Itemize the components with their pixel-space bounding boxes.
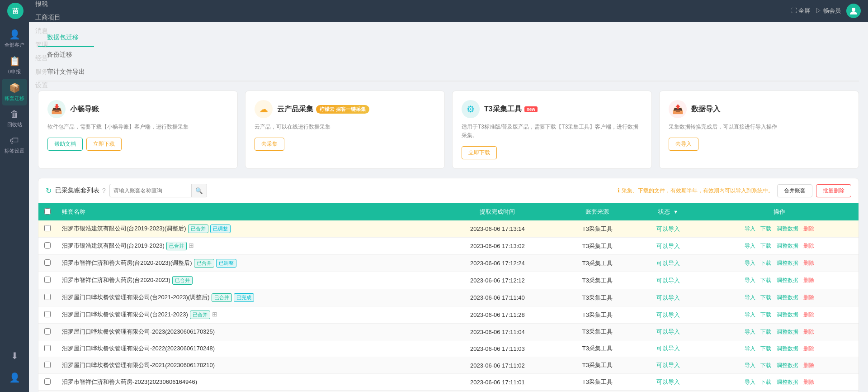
- row-checkbox-6[interactable]: [44, 328, 51, 335]
- user-avatar[interactable]: [846, 4, 861, 18]
- delete-action-1[interactable]: 删除: [803, 243, 814, 249]
- help-icon[interactable]: ?: [102, 187, 106, 194]
- delete-action-0[interactable]: 删除: [803, 225, 814, 232]
- go-collect-button[interactable]: 去采集: [255, 138, 284, 151]
- refresh-icon[interactable]: ↻: [46, 186, 52, 195]
- row-name-cell: 汨罗市智祥仁济和善大药房(台2020-2023)已合并: [57, 272, 436, 289]
- table-section: ↻ 已采集账套列表 ? 🔍 ℹ 采集、下载的文件，有效期半年，有效期内可以导入到…: [38, 178, 859, 392]
- delete-action-6[interactable]: 删除: [803, 329, 814, 335]
- delete-action-7[interactable]: 删除: [803, 345, 814, 352]
- delete-action-2[interactable]: 删除: [803, 260, 814, 266]
- delete-action-9[interactable]: 删除: [803, 379, 814, 385]
- row-actions-cell: 导入 下载 调整数据 删除: [700, 289, 859, 306]
- adjust-action-8[interactable]: 调整数据: [777, 362, 798, 368]
- adjust-action-9[interactable]: 调整数据: [777, 379, 798, 385]
- row-tag: 已调整: [210, 225, 231, 233]
- nav-item-经营[interactable]: 经营: [29, 52, 67, 65]
- row-checkbox-0[interactable]: [44, 225, 51, 231]
- row-time-cell: 2023-06-06 17:13:02: [436, 238, 559, 255]
- delete-action-8[interactable]: 删除: [803, 362, 814, 368]
- search-input[interactable]: [110, 187, 191, 194]
- row-checkbox-4[interactable]: [44, 294, 51, 300]
- row-actions-cell: 导入 下载 调整数据 删除: [700, 220, 859, 238]
- row-actions-cell: 导入 下载 调整数据 删除: [700, 306, 859, 324]
- download-now-button[interactable]: 立即下载: [86, 138, 122, 151]
- row-time-cell: 2023-06-06 17:11:03: [436, 340, 559, 357]
- adjust-action-3[interactable]: 调整数据: [777, 277, 798, 283]
- row-checkbox-2[interactable]: [44, 259, 51, 266]
- delete-action-3[interactable]: 删除: [803, 277, 814, 283]
- download-action-5[interactable]: 下载: [760, 311, 771, 318]
- xiaochang-icon: 📥: [47, 100, 66, 118]
- adjust-action-2[interactable]: 调整数据: [777, 260, 798, 266]
- download-action-0[interactable]: 下载: [760, 225, 771, 232]
- row-status-cell: 可以导入: [636, 289, 700, 306]
- adjust-action-0[interactable]: 调整数据: [777, 225, 798, 232]
- import-action-4[interactable]: 导入: [745, 294, 755, 301]
- download-action-9[interactable]: 下载: [760, 379, 771, 385]
- import-action-3[interactable]: 导入: [745, 277, 755, 283]
- row-time-cell: 2023-06-06 17:11:02: [436, 357, 559, 374]
- nav-item-服务[interactable]: 服务: [29, 65, 67, 79]
- fullscreen-btn[interactable]: ⛶ 全屏: [791, 7, 811, 15]
- help-doc-button[interactable]: 帮助文档: [47, 138, 83, 151]
- adjust-action-7[interactable]: 调整数据: [777, 345, 798, 352]
- download-action-3[interactable]: 下载: [760, 277, 771, 283]
- select-all-checkbox[interactable]: [44, 208, 51, 215]
- sidebar-item-1[interactable]: 📋0申报: [2, 52, 27, 79]
- member-btn[interactable]: ▷ 畅会员: [816, 7, 841, 15]
- row-checkbox-7[interactable]: [44, 345, 51, 351]
- download-icon[interactable]: ⬇: [7, 347, 22, 365]
- row-checkbox-3[interactable]: [44, 277, 51, 283]
- import-action-0[interactable]: 导入: [745, 225, 755, 232]
- table-row: 汨罗屋门口哗坎餐饮管理有限公司-2021(20230606170210) 202…: [38, 357, 859, 374]
- go-import-button[interactable]: 去导入: [669, 138, 698, 151]
- sidebar-label-0: 全部客户: [5, 42, 24, 48]
- sidebar-item-0[interactable]: 👤全部客户: [2, 25, 27, 52]
- download-action-6[interactable]: 下载: [760, 329, 771, 335]
- delete-action-5[interactable]: 删除: [803, 311, 814, 318]
- merge-accounts-button[interactable]: 合并账套: [777, 184, 812, 197]
- row-checkbox-5[interactable]: [44, 311, 51, 317]
- adjust-action-5[interactable]: 调整数据: [777, 311, 798, 318]
- import-action-7[interactable]: 导入: [745, 345, 755, 352]
- import-action-9[interactable]: 导入: [745, 379, 755, 385]
- sidebar-item-4[interactable]: 🏷标签设置: [2, 132, 27, 158]
- delete-action-4[interactable]: 删除: [803, 294, 814, 301]
- search-button[interactable]: 🔍: [191, 184, 207, 197]
- row-checkbox-1[interactable]: [44, 242, 51, 249]
- nav-item-报税[interactable]: 报税: [29, 0, 67, 11]
- card-title: 数据导入: [691, 105, 720, 114]
- import-action-8[interactable]: 导入: [745, 362, 755, 368]
- t3-icon: ⚙: [462, 100, 480, 118]
- download-action-2[interactable]: 下载: [760, 260, 771, 266]
- download-action-8[interactable]: 下载: [760, 362, 771, 368]
- sidebar-item-2[interactable]: 📦账套迁移: [2, 79, 27, 105]
- batch-delete-button[interactable]: 批量删除: [816, 184, 851, 197]
- adjust-action-1[interactable]: 调整数据: [777, 243, 798, 249]
- import-action-2[interactable]: 导入: [745, 260, 755, 266]
- sidebar-item-3[interactable]: 🗑回收站: [2, 105, 27, 132]
- nav-item-设置[interactable]: 设置: [29, 79, 67, 92]
- col-source: 账套来源: [559, 203, 636, 220]
- card-xiaochang: 📥 小畅导账 软件包产品，需要下载【小畅导账】客户端，进行数据采集 帮助文档 立…: [38, 91, 238, 169]
- row-checkbox-8[interactable]: [44, 362, 51, 368]
- nav-item-工商项目[interactable]: 工商项目: [29, 11, 67, 24]
- nav-item-管理[interactable]: 管理: [29, 38, 67, 52]
- user-settings-icon[interactable]: 👤: [5, 368, 24, 387]
- app-logo[interactable]: 苗: [7, 3, 24, 19]
- download-action-4[interactable]: 下载: [760, 294, 771, 301]
- t3-download-button[interactable]: 立即下载: [462, 146, 497, 159]
- adjust-action-6[interactable]: 调整数据: [777, 329, 798, 335]
- adjust-action-4[interactable]: 调整数据: [777, 294, 798, 301]
- import-action-5[interactable]: 导入: [745, 311, 755, 318]
- row-checkbox-9[interactable]: [44, 378, 51, 385]
- row-status-cell: 可以导入: [636, 272, 700, 289]
- nav-item-消息[interactable]: 消息: [29, 24, 67, 38]
- download-action-7[interactable]: 下载: [760, 345, 771, 352]
- import-action-1[interactable]: 导入: [745, 243, 755, 249]
- col-status: 状态 ▼: [636, 203, 700, 220]
- import-action-6[interactable]: 导入: [745, 329, 755, 335]
- download-action-1[interactable]: 下载: [760, 243, 771, 249]
- row-name-cell: 汨罗屋门口哗坎餐饮管理有限公司-2021(20230606170210): [57, 357, 436, 374]
